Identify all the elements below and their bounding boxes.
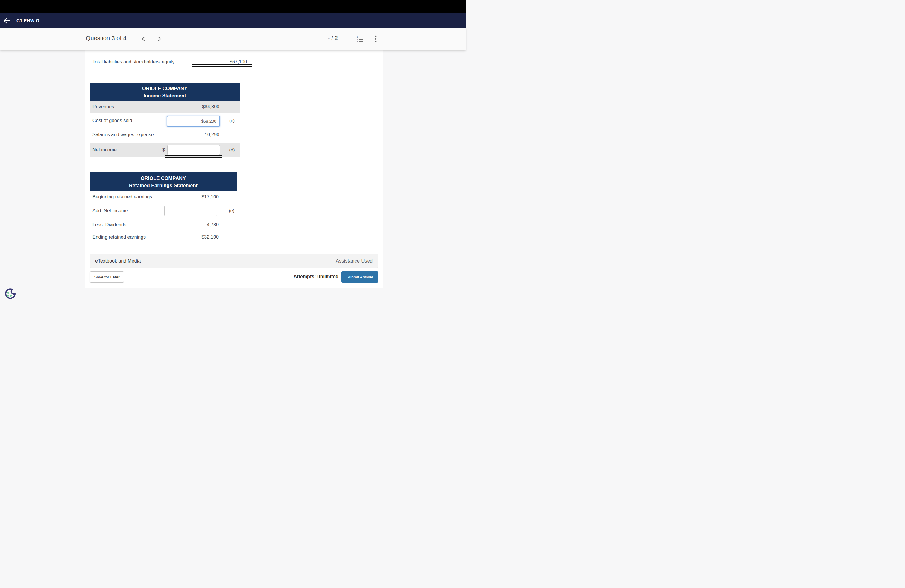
etextbook-link[interactable]: eTextbook and Media [95,258,141,264]
question-panel: Total liabilities and stockholders' equi… [85,50,383,288]
add-net-income-ref-label: (e) [227,208,236,213]
revenues-value: $84,300 [175,104,219,110]
revenues-label: Revenues [92,104,114,110]
ending-re-label: Ending retained earnings [92,234,146,240]
app-header: C1 EHW O [0,13,466,28]
arrow-left-icon [3,17,11,24]
net-income-answer-input[interactable] [167,145,220,155]
beginning-re-value: $17,100 [175,194,219,200]
question-content-area: Total liabilities and stockholders' equi… [0,50,466,302]
add-net-income-answer-input[interactable] [164,206,217,216]
company-name: ORIOLE COMPANY [90,85,240,92]
kebab-menu-icon [375,35,377,43]
salaries-single-rule [161,138,220,139]
svg-text:2: 2 [357,38,358,40]
dividends-single-rule [163,229,219,229]
net-income-double-rule [165,156,222,158]
beginning-re-label: Beginning retained earnings [92,194,152,200]
assistance-used-label: Assistance Used [336,258,373,264]
cookie-consent-widget[interactable] [4,288,16,300]
income-statement-header: ORIOLE COMPANY Income Statement [90,83,240,101]
chevron-right-icon [158,36,161,41]
question-counter: Question 3 of 4 [86,35,127,41]
next-question-button[interactable] [154,35,165,43]
net-income-label: Net income [92,147,117,153]
cogs-ref-label: (c) [228,118,236,123]
dividends-label: Less: Dividends [92,222,126,227]
ending-re-double-rule [163,241,219,243]
previous-question-button[interactable] [138,35,148,43]
back-button[interactable] [0,13,14,28]
attempts-label: Attempts: unlimited [265,274,338,279]
salaries-label: Salaries and wages expense [92,132,154,137]
numbered-list-icon: 1 2 3 [357,36,364,42]
total-liabilities-label: Total liabilities and stockholders' equi… [92,59,175,65]
cogs-label: Cost of goods sold [92,118,132,123]
score-indicator: - / 2 [328,35,349,41]
net-income-dollar-sign: $ [162,147,165,153]
svg-text:3: 3 [357,40,358,42]
question-list-button[interactable]: 1 2 3 [355,34,366,44]
salaries-value: 10,290 [175,132,219,137]
clipped-answer-input[interactable] [195,50,248,51]
etextbook-bar[interactable]: eTextbook and Media Assistance Used [90,254,378,268]
ending-re-value: $32,100 [175,234,219,240]
add-net-income-label: Add: Net income [92,208,128,213]
question-toolbar: Question 3 of 4 - / 2 1 2 3 [0,28,466,50]
total-liabilities-value: $67,100 [192,59,247,65]
save-for-later-button[interactable]: Save for Later [90,271,124,283]
net-income-ref-label: (d) [228,147,236,153]
statement-title: Retained Earnings Statement [90,182,237,189]
more-options-button[interactable] [370,34,381,44]
retained-earnings-header: ORIOLE COMPANY Retained Earnings Stateme… [90,172,237,191]
submit-answer-button[interactable]: Submit Answer [341,271,378,283]
chevron-left-icon [141,36,145,41]
total-row-top-rule [192,54,252,54]
cogs-answer-input[interactable] [167,116,220,127]
total-row-double-rule [192,64,252,67]
dividends-value: 4,780 [175,222,219,227]
company-name: ORIOLE COMPANY [90,175,237,182]
svg-text:1: 1 [357,36,358,38]
statement-title: Income Statement [90,92,240,99]
assignment-title: C1 EHW O [16,18,40,23]
system-black-bar [0,0,466,13]
cookie-icon [4,288,16,300]
